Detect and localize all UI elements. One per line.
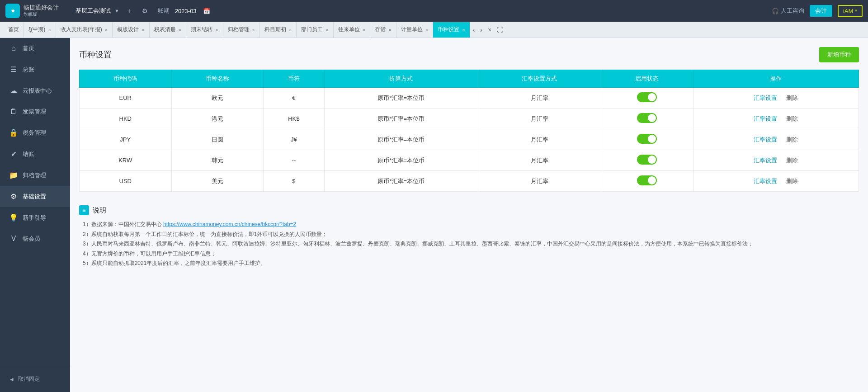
account-button[interactable]: 会计 — [810, 5, 832, 17]
logo-icon: ✦ — [5, 4, 20, 18]
tab-units[interactable]: 计量单位× — [396, 22, 433, 38]
table-row: KRW 韩元 -- 原币*汇率=本位币 月汇率 汇率设置 删除 — [80, 150, 859, 171]
sidebar-item-archive[interactable]: 📁 归档管理 — [0, 165, 70, 186]
tax-icon: 🔒 — [9, 128, 18, 137]
tab-close-icon[interactable]: × — [425, 27, 428, 33]
tab-archive[interactable]: 归档管理× — [223, 22, 260, 38]
workspace-name[interactable]: 基层工会测试 — [75, 7, 111, 15]
tab-close-icon[interactable]: × — [179, 27, 181, 33]
sidebar-label-ledger: 总账 — [23, 66, 34, 74]
tab-template[interactable]: 模版设计× — [113, 22, 149, 38]
tab-dept[interactable]: 部门员工× — [297, 22, 333, 38]
iam-button[interactable]: iAM * — [838, 5, 863, 17]
tab-next-button[interactable]: › — [477, 24, 485, 35]
tab-subject[interactable]: 科目期初× — [260, 22, 297, 38]
cell-symbol: $ — [264, 171, 325, 192]
toggle-switch[interactable] — [637, 155, 657, 165]
sidebar-item-invoice[interactable]: 🗒 发票管理 — [0, 101, 70, 122]
member-icon: V — [9, 235, 18, 243]
workspace-dropdown-icon[interactable]: ▼ — [114, 8, 119, 14]
delete-button[interactable]: 删除 — [786, 115, 798, 122]
sidebar-item-reports[interactable]: ☁ 云报表中心 — [0, 80, 70, 101]
tab-close-icon[interactable]: × — [105, 27, 108, 33]
cloud-icon: ☁ — [9, 86, 18, 95]
tab-mid[interactable]: ξ(中期)× — [24, 22, 56, 38]
cell-status — [601, 171, 693, 192]
cell-method: 原币*汇率=本位币 — [324, 150, 478, 171]
logo-text: 畅捷通好会计 — [24, 4, 59, 11]
toggle-switch[interactable] — [637, 113, 657, 123]
tab-close-all-button[interactable]: × — [485, 24, 494, 35]
tab-close-icon[interactable]: × — [462, 27, 465, 33]
period-value[interactable]: 2023-03 — [175, 8, 197, 14]
tab-close-icon[interactable]: × — [142, 27, 144, 33]
rate-settings-button[interactable]: 汇率设置 — [754, 178, 777, 184]
sidebar-item-tax[interactable]: 🔒 税务管理 — [0, 122, 70, 143]
logo-area: ✦ 畅捷通好会计 旗舰版 — [5, 4, 75, 18]
period-label: 账期 — [158, 7, 170, 15]
sidebar-label-basic: 基础设置 — [23, 193, 46, 201]
sidebar-label-reports: 云报表中心 — [23, 87, 52, 95]
cell-action: 汇率设置 删除 — [693, 88, 859, 109]
toggle-switch[interactable] — [637, 92, 657, 102]
cell-method: 原币*汇率=本位币 — [324, 88, 478, 109]
settings-icon[interactable]: ⚙ — [139, 6, 151, 15]
toggle-switch[interactable] — [637, 134, 657, 144]
headset-icon: 🎧 — [772, 8, 779, 14]
new-currency-button[interactable]: 新增币种 — [819, 47, 859, 62]
notes-item: 3）人民币对马来西亚林吉特、俄罗斯卢布、南非兰特、韩元、阿联酋迪拉姆、沙特里亚尔… — [79, 239, 859, 249]
col-name: 币种名称 — [171, 70, 264, 88]
tab-close-icon[interactable]: × — [326, 27, 328, 33]
cell-status — [601, 88, 693, 109]
guide-icon: 💡 — [9, 213, 18, 222]
rate-settings-button[interactable]: 汇率设置 — [754, 157, 777, 164]
notes-link[interactable]: https://www.chinamoney.com.cn/chinese/bk… — [163, 221, 296, 227]
tab-currency[interactable]: 币种设置× — [433, 22, 470, 38]
table-row: JPY 日圆 J¥ 原币*汇率=本位币 月汇率 汇率设置 删除 — [80, 129, 859, 150]
tab-close-icon[interactable]: × — [215, 27, 218, 33]
calendar-icon[interactable]: 📅 — [203, 8, 210, 14]
tab-close-icon[interactable]: × — [363, 27, 365, 33]
rate-settings-button[interactable]: 汇率设置 — [754, 136, 777, 143]
tab-close-icon[interactable]: × — [252, 27, 255, 33]
cell-method: 原币*汇率=本位币 — [324, 109, 478, 129]
delete-button[interactable]: 删除 — [786, 157, 798, 164]
notes-item: 2）系统自动获取每月第一个工作日的汇率标价，统一为直接标价法，即1外币可以兑换的… — [79, 230, 859, 240]
sidebar-label-member: 畅会员 — [23, 235, 40, 243]
collapse-button[interactable]: ◄ 取消固定 — [0, 371, 70, 387]
cell-rate-type: 月汇率 — [478, 88, 601, 109]
tab-period-end[interactable]: 期末结转× — [186, 22, 223, 38]
cell-name: 欧元 — [171, 88, 264, 109]
rate-settings-button[interactable]: 汇率设置 — [754, 115, 777, 122]
sidebar-item-basic[interactable]: ⚙ 基础设置 — [0, 186, 70, 207]
cell-rate-type: 月汇率 — [478, 171, 601, 192]
delete-button[interactable]: 删除 — [786, 136, 798, 143]
toggle-switch[interactable] — [637, 175, 657, 185]
col-rate-type: 汇率设置方式 — [478, 70, 601, 88]
rate-settings-button[interactable]: 汇率设置 — [754, 94, 777, 101]
tab-home[interactable]: 首页 — [4, 22, 24, 38]
sidebar-item-home[interactable]: ⌂ 首页 — [0, 38, 70, 59]
add-workspace-button[interactable]: ＋ — [123, 5, 136, 17]
tab-close-icon[interactable]: × — [388, 27, 391, 33]
page-title-row: 币种设置 新增币种 — [79, 47, 859, 62]
tab-expand-button[interactable]: ⛶ — [494, 24, 506, 35]
tab-income[interactable]: 收入支出表(年报)× — [56, 22, 113, 38]
sidebar-item-member[interactable]: V 畅会员 — [0, 228, 70, 249]
service-button[interactable]: 🎧 人工咨询 — [772, 7, 804, 15]
sidebar-item-guide[interactable]: 💡 新手引导 — [0, 207, 70, 228]
tab-prev-button[interactable]: ‹ — [470, 24, 478, 35]
tab-close-icon[interactable]: × — [48, 27, 51, 33]
tab-close-icon[interactable]: × — [289, 27, 292, 33]
checkout-icon: ✔ — [9, 150, 18, 158]
tab-contacts[interactable]: 往来单位× — [334, 22, 370, 38]
sidebar-item-ledger[interactable]: ☰ 总账 — [0, 59, 70, 80]
sidebar-item-checkout[interactable]: ✔ 结账 — [0, 143, 70, 165]
delete-button[interactable]: 删除 — [786, 94, 798, 101]
delete-button[interactable]: 删除 — [786, 178, 798, 184]
notes-title: ≡ 说明 — [79, 205, 859, 215]
tab-inventory[interactable]: 存货× — [370, 22, 396, 38]
cell-code: EUR — [80, 88, 172, 109]
tab-tax[interactable]: 税表清册× — [150, 22, 186, 38]
sidebar-bottom: ◄ 取消固定 — [0, 366, 70, 392]
